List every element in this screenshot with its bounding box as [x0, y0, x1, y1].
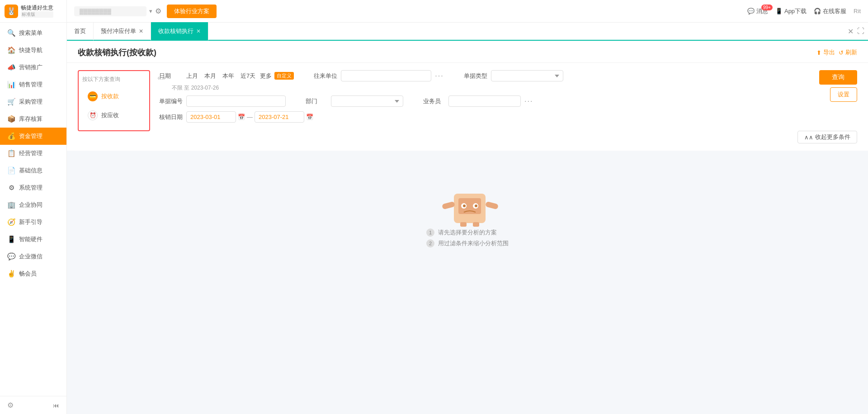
sidebar-item-enterprise[interactable]: 🏢 企业协同 — [0, 196, 66, 214]
logo-icon: 🐰 — [5, 5, 18, 18]
sidebar-item-label: 畅会员 — [19, 270, 37, 278]
doc-no-input[interactable] — [186, 95, 286, 107]
sidebar-item-member[interactable]: ✌ 畅会员 — [0, 265, 66, 282]
doc-type-select[interactable] — [491, 70, 563, 81]
app-download-button[interactable]: 📱 App下载 — [775, 7, 807, 15]
filter-option-receivable-label: 按应收 — [101, 111, 119, 119]
collapse-filter-icon[interactable]: «» — [157, 74, 165, 82]
sidebar-item-label: 经营管理 — [19, 149, 42, 157]
sidebar: 🐰 畅捷通好生意 标准版 🔍 搜索菜单 🏠 快捷导航 📣 营销推广 📊 销售管理… — [0, 0, 67, 414]
export-label: 导出 — [823, 48, 835, 57]
sidebar-item-label: 基础信息 — [19, 167, 42, 175]
receivable-icon: ⏰ — [88, 110, 98, 120]
tab-home[interactable]: 首页 — [67, 22, 94, 40]
calendar-end-icon[interactable]: 📅 — [306, 114, 313, 120]
service-button[interactable]: 🎧 在线客服 — [814, 7, 846, 15]
empty-hint-2: 2 用过滤条件来缩小分析范围 — [426, 239, 509, 247]
inventory-icon: 📦 — [7, 115, 15, 123]
top-header: ▓▓▓▓▓▓▓▓ ▾ ⚙ 体验行业方案 💬 消息 99+ 📱 App下载 🎧 在… — [67, 0, 868, 23]
header-right: 💬 消息 99+ 📱 App下载 🎧 在线客服 Rit — [747, 7, 861, 15]
header-search-box[interactable]: ▓▓▓▓▓▓▓▓ — [74, 6, 146, 16]
receipt-icon: 💳 — [88, 91, 98, 101]
sidebar-item-purchase[interactable]: 🛒 采购管理 — [0, 93, 66, 110]
export-button[interactable]: ⬆ 导出 — [816, 48, 835, 57]
sidebar-item-quick-nav[interactable]: 🏠 快捷导航 — [0, 42, 66, 59]
sidebar-item-hardware[interactable]: 📱 智能硬件 — [0, 231, 66, 248]
app-tag: 标准版 — [21, 11, 53, 18]
message-icon: 💬 — [747, 8, 755, 14]
svg-rect-7 — [485, 201, 499, 210]
tab-prepay-label: 预付冲应付单 — [101, 27, 136, 35]
hint-num-1: 1 — [426, 228, 434, 237]
filter-area: 按以下方案查询 💳 按收款 ⏰ 按应收 «» — [67, 63, 868, 151]
verify-date-start-input[interactable]: 2023-03-01 — [186, 111, 236, 123]
hint-text-2: 用过滤条件来缩小分析范围 — [438, 239, 509, 247]
header-gear-icon[interactable]: ⚙ — [155, 7, 161, 15]
sidebar-item-guide[interactable]: 🧭 新手引导 — [0, 214, 66, 231]
filter-panel-title: 按以下方案查询 — [82, 76, 146, 83]
page-actions: ⬆ 导出 ↺ 刷新 — [816, 48, 857, 57]
service-label: 在线客服 — [823, 7, 846, 15]
close-tab-receive-icon[interactable]: ✕ — [196, 28, 201, 34]
dept-select[interactable] — [331, 95, 403, 107]
sidebar-item-label: 快捷导航 — [19, 46, 42, 54]
collapse-sidebar-button[interactable]: ⏮ — [53, 402, 59, 409]
counterpart-input[interactable] — [341, 70, 431, 81]
date-this-year[interactable]: 本年 — [221, 71, 236, 81]
settings-icon[interactable]: ⚙ — [7, 401, 14, 409]
filter-option-by-receipt[interactable]: 💳 按收款 — [82, 88, 146, 105]
sidebar-item-label: 营销推广 — [19, 63, 42, 71]
user-name[interactable]: Rit — [854, 8, 861, 14]
sales-icon: 📊 — [7, 81, 15, 89]
sidebar-item-marketing[interactable]: 📣 营销推广 — [0, 59, 66, 76]
filter-settings-button[interactable]: 设置 — [830, 87, 857, 102]
close-tab-prepay-icon[interactable]: ✕ — [139, 28, 143, 34]
filter-actions: 查询 设置 — [819, 70, 857, 102]
hardware-icon: 📱 — [7, 235, 15, 243]
collapse-more-button[interactable]: ∧∧ 收起更多条件 — [797, 131, 857, 143]
close-window-icon[interactable]: ✕ — [848, 27, 854, 36]
empty-hints: 1 请先选择要分析的方案 2 用过滤条件来缩小分析范围 — [426, 228, 509, 247]
date-more-btn[interactable]: 更多 — [260, 72, 272, 80]
staff-ellipsis[interactable]: ··· — [524, 97, 533, 105]
filter-option-by-receivable[interactable]: ⏰ 按应收 — [82, 107, 146, 124]
sidebar-item-wechat[interactable]: 💬 企业微信 — [0, 248, 66, 265]
verify-date-end-input[interactable]: 2023-07-21 — [255, 111, 304, 123]
filter-option-receipt-label: 按收款 — [101, 92, 119, 100]
sidebar-item-label: 系统管理 — [19, 184, 42, 192]
sidebar-item-basic-info[interactable]: 📄 基础信息 — [0, 162, 66, 179]
date-last-month[interactable]: 上月 — [184, 71, 200, 81]
message-button[interactable]: 💬 消息 99+ — [747, 7, 768, 15]
sidebar-item-label: 新手引导 — [19, 218, 42, 226]
sidebar-item-sales[interactable]: 📊 销售管理 — [0, 76, 66, 93]
staff-input[interactable] — [448, 95, 521, 107]
tab-prepay-offset[interactable]: 预付冲应付单 ✕ — [94, 22, 151, 40]
sidebar-item-search-menu[interactable]: 🔍 搜索菜单 — [0, 24, 66, 42]
home-icon: 🏠 — [7, 46, 15, 54]
tab-receive-offset[interactable]: 收款核销执行 ✕ — [151, 22, 208, 40]
sidebar-bottom: ⚙ ⏮ — [0, 396, 66, 414]
tab-actions: ✕ ⛶ — [844, 27, 868, 36]
search-menu-icon: 🔍 — [7, 29, 15, 37]
operation-icon: 📋 — [7, 149, 15, 157]
counterpart-ellipsis[interactable]: ··· — [435, 72, 443, 80]
query-button[interactable]: 查询 — [819, 70, 857, 85]
svg-point-4 — [463, 205, 466, 207]
calendar-start-icon[interactable]: 📅 — [238, 114, 245, 120]
sidebar-item-system[interactable]: ⚙ 系统管理 — [0, 179, 66, 196]
date-this-month[interactable]: 本月 — [203, 71, 218, 81]
empty-hint-1: 1 请先选择要分析的方案 — [426, 228, 509, 237]
empty-state: 1 请先选择要分析的方案 2 用过滤条件来缩小分析范围 — [67, 151, 868, 266]
date-custom-tag[interactable]: 自定义 — [274, 72, 294, 80]
dropdown-icon[interactable]: ▾ — [149, 8, 152, 14]
collapse-more-row: ∧∧ 收起更多条件 — [159, 128, 857, 143]
refresh-button[interactable]: ↺ 刷新 — [839, 48, 857, 57]
page-title: 收款核销执行(按收款) — [78, 47, 156, 58]
sidebar-item-operation[interactable]: 📋 经营管理 — [0, 145, 66, 162]
date-7days[interactable]: 近7天 — [239, 71, 257, 81]
sidebar-item-label: 企业协同 — [19, 201, 42, 209]
solution-button[interactable]: 体验行业方案 — [167, 5, 217, 18]
sidebar-item-finance[interactable]: 💰 资金管理 — [0, 128, 66, 145]
expand-icon[interactable]: ⛶ — [857, 27, 864, 35]
sidebar-item-inventory[interactable]: 📦 库存核算 — [0, 110, 66, 128]
